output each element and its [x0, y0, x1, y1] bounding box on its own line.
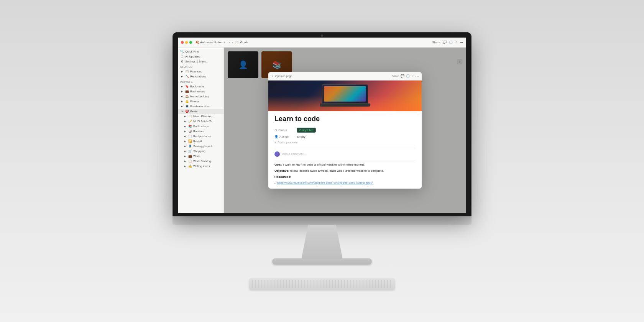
sidebar-item-publications[interactable]: ▸ 📚 Publications	[181, 124, 223, 129]
updates-icon: ⏱	[180, 55, 184, 58]
modal-overlay[interactable]: ↗ Open as page Share 💬 🕐	[224, 48, 466, 213]
sidebar-item-work-backlog[interactable]: ▸ 📋 Work Backlog	[181, 159, 223, 164]
divider-2	[274, 161, 416, 161]
resources-label: Resources:	[274, 175, 416, 179]
person-icon: 👤	[274, 135, 278, 138]
sidebar-item-all-updates[interactable]: ⏱ All Updates	[178, 54, 223, 59]
sidebar-item-writing[interactable]: ▸ ✍️ Writing ideas	[181, 164, 223, 169]
sidebar-item-fitness[interactable]: ▸ 💪 Fitness	[178, 99, 223, 104]
search-icon: 🔍	[180, 50, 184, 53]
more-icon[interactable]: •••	[460, 41, 463, 44]
sidebar-item-sewing[interactable]: ▸ 🧵 Sewing project	[181, 144, 223, 149]
fullscreen-button[interactable]	[189, 41, 192, 44]
desktop: 🍂 Autumn's Notion ▾ ‹ › 📋 Goals	[0, 0, 644, 322]
user-avatar	[274, 151, 280, 157]
sidebar-item-shopping[interactable]: ▸ 🛒 Shopping	[181, 149, 223, 154]
breadcrumb-icon: 📋	[235, 41, 239, 44]
sidebar-item-finances[interactable]: ▸ 📋 Finances	[178, 69, 223, 74]
status-label: ⊙ Status	[274, 128, 294, 132]
resource-link[interactable]: https://www.makeuseof.com/tag/learn-basi…	[277, 181, 373, 184]
sidebar-item-work[interactable]: ▸ 💼 Work	[181, 154, 223, 159]
modal-open-as-page[interactable]: ↗ Open as page	[271, 75, 292, 78]
laptop-lid	[322, 84, 368, 104]
objective-text: Objective: follow lessons twice a week, …	[274, 169, 416, 173]
modal-more-icon[interactable]: •••	[416, 74, 419, 78]
imac-camera	[321, 34, 323, 37]
modal-chat-icon[interactable]: 💬	[401, 74, 404, 78]
modal-clock-icon[interactable]: 🕐	[406, 74, 410, 78]
page-title: Learn to code	[274, 115, 416, 123]
breadcrumb: 📋 Goals	[235, 41, 432, 44]
minimize-button[interactable]	[185, 41, 188, 44]
property-row-status: ⊙ Status Completed	[274, 127, 416, 134]
title-bar-actions: Share 💬 🕐 ☆ •••	[432, 41, 463, 44]
modal-page-content: Learn to code ⊙ Status Completed	[268, 111, 422, 189]
laptop-base	[320, 104, 370, 107]
sidebar-item-renovations[interactable]: ▸ 🔨 Renovations	[178, 74, 223, 79]
comment-input[interactable]: Add a comment...	[282, 152, 306, 156]
close-button[interactable]	[181, 41, 184, 44]
imac-chin	[172, 216, 472, 225]
add-property-button[interactable]: + Add a property	[274, 140, 416, 145]
sidebar-item-businesses[interactable]: ▸ 💼 Businesses	[178, 89, 223, 94]
sidebar-item-quick-find[interactable]: 🔍 Quick Find	[178, 49, 223, 54]
modal-titlebar: ↗ Open as page Share 💬 🕐	[268, 72, 422, 80]
comment-area: Add a comment...	[274, 149, 416, 159]
app-body: 🔍 Quick Find ⏱ All Updates ⚙ Settings & …	[178, 48, 466, 213]
resource-link-item: • https://www.makeuseof.com/tag/learn-ba…	[274, 181, 416, 185]
arrow-icon: ↗	[271, 75, 274, 78]
property-row-assign: 👤 Assign Empty	[274, 134, 416, 140]
modal-star-icon[interactable]: ☆	[411, 74, 414, 78]
sidebar-item-random[interactable]: ▸ 🎲 Random	[181, 129, 223, 134]
bullet-icon: •	[274, 181, 276, 185]
star-icon[interactable]: ☆	[455, 41, 458, 44]
expand-icon: ▸	[180, 70, 184, 73]
notion-app: 🍂 Autumn's Notion ▾ ‹ › 📋 Goals	[178, 38, 466, 213]
workspace-icon: 🍂	[195, 41, 199, 44]
expand-icon: ▸	[180, 75, 184, 78]
workspace-name[interactable]: 🍂 Autumn's Notion ▾	[195, 41, 225, 44]
plus-icon: +	[274, 141, 276, 144]
share-button[interactable]: Share	[432, 41, 440, 44]
sidebar-item-freelance[interactable]: ▸ 💻 Freelance sites	[178, 104, 223, 109]
imac-stand-base	[272, 258, 372, 264]
assign-label: 👤 Assign	[274, 135, 294, 138]
sidebar-item-menu-planning[interactable]: ▸ 📋 Menu Planning	[181, 114, 223, 119]
sidebar-section-shared: SHARED	[178, 64, 223, 69]
chat-icon[interactable]: 💬	[443, 41, 447, 44]
goal-text: Goal: I want to learn to code a simple w…	[274, 163, 416, 167]
clock-icon[interactable]: 🕐	[449, 41, 453, 44]
sidebar-item-revisit[interactable]: ▸ 🔁 Revisit	[181, 139, 223, 144]
sidebar-item-muo[interactable]: ▸ 📝 MUO Article Tr...	[181, 119, 223, 124]
modal-dialog: ↗ Open as page Share 💬 🕐	[268, 72, 422, 189]
sidebar: 🔍 Quick Find ⏱ All Updates ⚙ Settings & …	[178, 48, 224, 213]
status-icon: ⊙	[274, 128, 277, 132]
settings-icon: ⚙	[180, 60, 184, 63]
chevron-down-icon: ▾	[223, 41, 225, 44]
sidebar-item-home-backlog[interactable]: ▸ 🏠 Home backlog	[178, 94, 223, 99]
modal-actions: Share 💬 🕐 ☆ •••	[392, 74, 419, 78]
imac-stand	[299, 225, 345, 259]
keyboard	[249, 278, 395, 290]
modal-share[interactable]: Share	[392, 75, 399, 77]
divider	[274, 147, 416, 147]
sidebar-item-settings[interactable]: ⚙ Settings & Mem...	[178, 59, 223, 64]
forward-button[interactable]: ›	[232, 41, 233, 44]
title-bar: 🍂 Autumn's Notion ▾ ‹ › 📋 Goals	[178, 38, 466, 48]
main-content: + 👤 📚	[224, 48, 466, 213]
sidebar-item-bookmarks[interactable]: ▸ 🔖 Bookmarks	[178, 84, 223, 89]
status-badge[interactable]: Completed	[297, 128, 316, 133]
back-button[interactable]: ‹	[229, 41, 230, 44]
nav-buttons: ‹ ›	[229, 41, 233, 44]
imac-screen: 🍂 Autumn's Notion ▾ ‹ › 📋 Goals	[178, 38, 466, 213]
assign-value[interactable]: Empty	[297, 135, 306, 138]
traffic-lights	[181, 41, 192, 44]
sidebar-item-recipes[interactable]: ▸ 🍽️ Recipes to try	[181, 134, 223, 139]
imac-bezel: 🍂 Autumn's Notion ▾ ‹ › 📋 Goals	[172, 32, 472, 216]
laptop-illustration	[322, 84, 368, 111]
sidebar-section-private: PRIVATE	[178, 79, 223, 84]
imac-wrapper: 🍂 Autumn's Notion ▾ ‹ › 📋 Goals	[172, 32, 472, 290]
sidebar-item-goals[interactable]: ▾ 🎯 Goals	[178, 109, 223, 114]
modal-hero-image	[268, 80, 422, 111]
